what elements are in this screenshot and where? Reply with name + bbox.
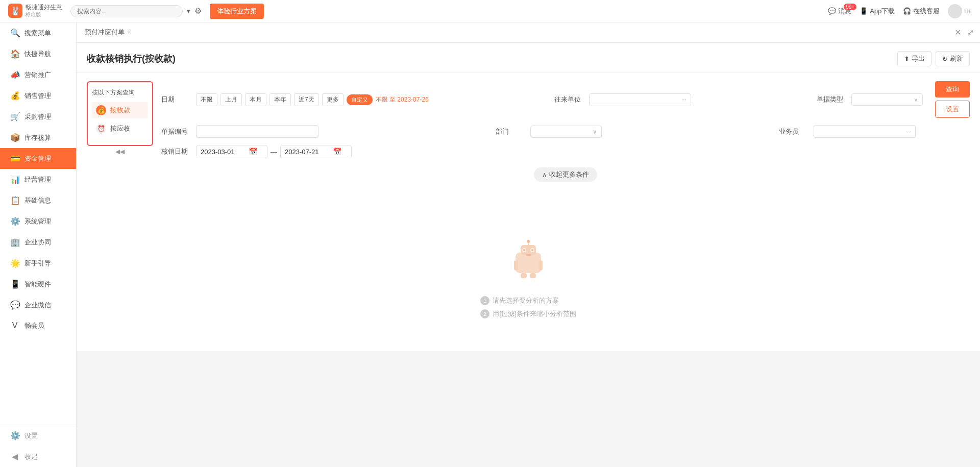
message-icon: 💬 [828, 7, 836, 15]
date-dash: — [271, 148, 277, 156]
filter-settings-button[interactable]: 设置 [935, 101, 970, 118]
export-button[interactable]: ⬆ 导出 [897, 51, 932, 66]
sidebar-item-purchase[interactable]: 🛒采购管理 [0, 106, 76, 127]
message-button[interactable]: 💬 消息 99+ [828, 7, 851, 16]
sidebar-icon-finance: 💳 [10, 154, 19, 163]
sidebar-label-operations: 经营管理 [24, 175, 51, 184]
filter-container: 按以下方案查询 💰 按收款 ⏰ 按应收 [77, 73, 980, 194]
sidebar-label-sales: 销售管理 [24, 91, 51, 101]
filter-panel: 按以下方案查询 💰 按收款 ⏰ 按应收 [87, 81, 153, 146]
calendar-start-icon[interactable]: 📅 [249, 148, 257, 156]
sidebar-item-hardware[interactable]: 📱智能硬件 [0, 274, 76, 294]
date-btn-unlimited[interactable]: 不限 [196, 93, 217, 106]
sidebar-item-guide[interactable]: 🌟新手引导 [0, 253, 76, 274]
sidebar-icon-sales: 💰 [10, 91, 19, 101]
sidebar-item-inventory[interactable]: 📦库存核算 [0, 127, 76, 148]
hint-num-2: 2 [480, 309, 489, 318]
sidebar-item-operations[interactable]: 📊经营管理 [0, 169, 76, 190]
query-button[interactable]: 查询 [935, 81, 970, 97]
export-icon: ⬆ [904, 55, 910, 63]
svg-point-5 [531, 249, 533, 251]
collapse-more-row: ∧ 收起更多条件 [161, 165, 970, 186]
sidebar-item-quick-nav[interactable]: 🏠快捷导航 [0, 43, 76, 64]
app-container: 🐰 畅捷通好生意 标准版 ▾ ⚙ 体验行业方案 💬 消息 99+ 📱 App下载… [0, 0, 980, 467]
date-btn-custom[interactable]: 自定义 [347, 94, 373, 105]
sidebar-item-search-menu[interactable]: 🔍搜索菜单 [0, 22, 76, 43]
sidebar-icon-inventory: 📦 [10, 133, 19, 142]
service-button[interactable]: 🎧 在线客服 [903, 7, 940, 16]
tab-close-prepay[interactable]: × [128, 29, 131, 36]
date-btn-this-year[interactable]: 本年 [270, 93, 291, 106]
search-input[interactable] [70, 5, 183, 17]
dropdown-arrow-icon[interactable]: ▾ [187, 7, 190, 15]
search-area[interactable] [70, 5, 183, 17]
dept-arrow-icon: ∨ [593, 128, 597, 135]
sidebar-item-finance[interactable]: 💳资金管理 [0, 148, 76, 169]
page-inner: 收款核销执行(按收款) ⬆ 导出 ↻ 刷新 [77, 43, 980, 351]
calendar-end-icon[interactable]: 📅 [333, 148, 341, 156]
filter-row-1: 日期 不限 上月 本月 本年 近7天 更多 自定义 不限 至 2023-07- [161, 81, 970, 118]
sidebar-label-search-menu: 搜索菜单 [24, 29, 51, 38]
sidebar: 🔍搜索菜单🏠快捷导航📣营销推广💰销售管理🛒采购管理📦库存核算💳资金管理📊经营管理… [0, 22, 77, 467]
verify-date-start-input[interactable] [201, 148, 247, 156]
doc-no-input[interactable] [201, 128, 314, 135]
sidebar-item-system[interactable]: ⚙️系统管理 [0, 211, 76, 232]
tab-prepay[interactable]: 预付冲应付单× [77, 22, 139, 43]
svg-rect-7 [514, 260, 518, 271]
filter-panel-collapse[interactable]: ◀◀ [87, 148, 153, 155]
sidebar-label-purchase: 采购管理 [24, 112, 51, 121]
date-btn-last-month[interactable]: 上月 [220, 93, 242, 106]
verify-date-end-input[interactable] [285, 148, 331, 156]
doc-type-select[interactable]: ∨ [851, 93, 923, 106]
sidebar-icon-hardware: 📱 [10, 279, 19, 289]
date-btn-more[interactable]: 更多 [322, 93, 344, 106]
by-receivable-label: 按应收 [110, 124, 130, 133]
sidebar-item-marketing[interactable]: 📣营销推广 [0, 64, 76, 85]
svg-point-4 [523, 249, 525, 251]
sidebar-item-basic-info[interactable]: 📋基础信息 [0, 190, 76, 211]
date-btn-this-month[interactable]: 本月 [245, 93, 266, 106]
filter-option-by-receipt[interactable]: 💰 按收款 [92, 102, 148, 118]
industry-button[interactable]: 体验行业方案 [210, 4, 264, 19]
date-btn-last-7-days[interactable]: 近7天 [294, 93, 319, 106]
sidebar-label-inventory: 库存核算 [24, 133, 51, 142]
collapse-more-button[interactable]: ∧ 收起更多条件 [534, 167, 597, 182]
sidebar-icon-operations: 📊 [10, 175, 19, 184]
settings-icon[interactable]: ⚙ [194, 6, 202, 16]
verify-date-range: 📅 — 📅 [196, 145, 352, 158]
app-download-button[interactable]: 📱 App下载 [860, 7, 895, 16]
sidebar-label-wechat: 企业微信 [24, 301, 51, 310]
partner-more-icon[interactable]: ··· [681, 96, 687, 103]
tab-expand-icon[interactable]: ⤢ [965, 26, 976, 39]
sidebar-items: 🔍搜索菜单🏠快捷导航📣营销推广💰销售管理🛒采购管理📦库存核算💳资金管理📊经营管理… [0, 22, 76, 336]
service-icon: 🎧 [903, 7, 911, 15]
sidebar-icon-wechat: 💬 [10, 300, 19, 310]
hint-item-1: 1 请先选择要分析的方案 [480, 294, 576, 307]
date-label: 日期 [161, 95, 188, 104]
hint-text-2: 用[过滤]条件来缩小分析范围 [493, 307, 576, 321]
sidebar-bottom-settings[interactable]: ⚙️ 设置 [0, 425, 76, 446]
tab-close-icon[interactable]: ✕ [952, 26, 963, 39]
svg-rect-6 [526, 254, 531, 256]
sidebar-icon-system: ⚙️ [10, 216, 19, 226]
sidebar-collapse-btn[interactable]: ◀ 收起 [0, 446, 76, 467]
staff-input[interactable] [818, 128, 904, 135]
settings-bottom-label: 设置 [24, 431, 38, 440]
filter-sidebar: 按以下方案查询 💰 按收款 ⏰ 按应收 [87, 81, 153, 186]
export-label: 导出 [912, 54, 925, 63]
dept-select[interactable]: ∨ [530, 126, 602, 138]
doc-no-label: 单据编号 [161, 127, 188, 136]
logo-text-block: 畅捷通好生意 标准版 [26, 4, 62, 18]
user-area[interactable]: Rit [948, 4, 972, 18]
filter-option-by-receivable[interactable]: ⏰ 按应收 [92, 120, 148, 137]
sidebar-item-enterprise[interactable]: 🏢企业协同 [0, 232, 76, 253]
sidebar-item-wechat[interactable]: 💬企业微信 [0, 294, 76, 315]
staff-more-icon[interactable]: ··· [906, 128, 911, 135]
sidebar-label-hardware: 智能硬件 [24, 280, 51, 289]
refresh-button[interactable]: ↻ 刷新 [936, 51, 970, 66]
tab-bar-actions: ✕ ⤢ [952, 26, 980, 39]
partner-input[interactable] [594, 96, 679, 104]
sidebar-item-sales[interactable]: 💰销售管理 [0, 85, 76, 106]
sidebar-item-member[interactable]: V畅会员 [0, 315, 76, 336]
service-label: 在线客服 [913, 7, 940, 16]
